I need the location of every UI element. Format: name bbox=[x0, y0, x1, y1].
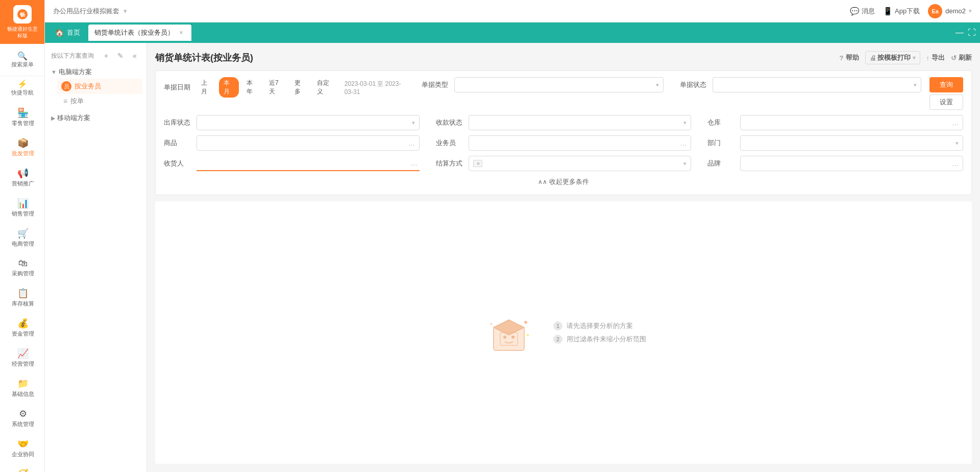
guide-icon: 🧭 bbox=[17, 468, 29, 472]
sidebar-item-sales[interactable]: 📊 销售管理 bbox=[0, 193, 44, 223]
inventory-icon: 📋 bbox=[17, 288, 29, 299]
finance-icon: 💰 bbox=[17, 318, 29, 329]
brand-select[interactable]: … bbox=[740, 156, 963, 171]
mobile-group-label[interactable]: ▶ 移动端方案 bbox=[49, 111, 142, 125]
collapse-conditions-btn[interactable]: ∧∧ 收起更多条件 bbox=[532, 175, 595, 188]
sales-icon: 📊 bbox=[17, 198, 29, 209]
collapse-up-icon: ∧∧ bbox=[538, 178, 547, 185]
payment-select[interactable]: × ▾ bbox=[469, 156, 692, 171]
empty-steps: 1 请先选择要分析的方案 2 用过滤条件来缩小分析范围 bbox=[553, 321, 646, 344]
app-download-btn[interactable]: 📱 App下载 bbox=[883, 7, 920, 16]
consignee-input[interactable] bbox=[199, 155, 411, 171]
svg-point-6 bbox=[511, 336, 514, 339]
consignee-label: 收货人 bbox=[164, 159, 192, 168]
help-icon: ? bbox=[840, 54, 844, 62]
sidebar-item-management[interactable]: 📈 经营管理 bbox=[0, 343, 44, 373]
empty-illustration bbox=[481, 304, 537, 361]
collect-status-label: 收款状态 bbox=[436, 118, 464, 127]
sidebar-item-finance[interactable]: 💰 资金管理 bbox=[0, 313, 44, 343]
type-select[interactable]: ▾ bbox=[454, 77, 663, 92]
payment-tag-close[interactable]: × bbox=[477, 160, 480, 167]
date-7days-btn[interactable]: 近7天 bbox=[264, 77, 287, 98]
print-dropdown[interactable]: 🖨 按模板打印 ▾ bbox=[865, 51, 920, 64]
tabs-right-controls: — ⛶ bbox=[955, 28, 976, 37]
user-menu[interactable]: Ea demo2 ▾ bbox=[928, 4, 972, 18]
date-this-month-btn[interactable]: 本月 bbox=[219, 77, 238, 98]
messages-btn[interactable]: 💬 消息 bbox=[850, 7, 875, 16]
salesman-select[interactable]: … bbox=[469, 135, 692, 151]
print-btn[interactable]: 🖨 按模板打印 ▾ bbox=[865, 51, 920, 64]
department-label: 部门 bbox=[707, 138, 736, 148]
left-panel: 按以下方案查询 + ✎ « ▼ 电脑端方案 bbox=[45, 43, 147, 472]
scheme-by-order[interactable]: ≡ 按单 bbox=[57, 94, 142, 108]
collapse-panel-btn[interactable]: « bbox=[129, 50, 140, 61]
tab-sales-report[interactable]: 销货单统计表（按业务员） × bbox=[88, 25, 191, 41]
salesman-label: 业务员 bbox=[436, 138, 464, 148]
collect-status-select[interactable]: ▾ bbox=[469, 115, 692, 130]
tab-bar: 🏠 首页 销货单统计表（按业务员） × — ⛶ bbox=[45, 22, 980, 43]
purchase-icon: 🛍 bbox=[18, 258, 28, 269]
settings-btn[interactable]: 设置 bbox=[929, 95, 963, 110]
step-1-num: 1 bbox=[553, 321, 562, 331]
enterprise-icon: 🤝 bbox=[17, 438, 29, 450]
home-icon: 🏠 bbox=[55, 29, 64, 37]
page-actions: ? 帮助 🖨 按模板打印 ▾ ↑ 导出 bbox=[840, 51, 972, 64]
page-title: 销货单统计表(按业务员) bbox=[155, 52, 253, 64]
tab-close-btn[interactable]: × bbox=[177, 29, 185, 37]
sidebar-logo[interactable]: 畅 畅捷通好生意标版 bbox=[0, 0, 44, 44]
export-btn[interactable]: ↑ 导出 bbox=[926, 53, 945, 62]
date-row: 上月 本月 本年 近7天 更多 自定义 2023-03-01 至 2023-03… bbox=[197, 77, 405, 98]
query-btn[interactable]: 查询 bbox=[929, 77, 963, 92]
empty-state: 1 请先选择要分析的方案 2 用过滤条件来缩小分析范围 bbox=[481, 304, 646, 361]
sidebar-item-basic-info[interactable]: 📁 基础信息 bbox=[0, 373, 44, 403]
out-status-select[interactable]: ▾ bbox=[197, 115, 420, 130]
export-icon: ↑ bbox=[926, 54, 930, 62]
warehouse-label: 仓库 bbox=[707, 118, 736, 127]
sidebar-item-purchase[interactable]: 🛍 采购管理 bbox=[0, 253, 44, 282]
status-select[interactable]: ▾ bbox=[713, 77, 921, 92]
type-arrow-icon: ▾ bbox=[656, 82, 659, 88]
sidebar-item-marketing[interactable]: 📢 营销推广 bbox=[0, 162, 44, 193]
search-menu-btn[interactable]: 🔍 搜索菜单 bbox=[0, 48, 44, 72]
sidebar-item-wholesale[interactable]: 📦 批发管理 bbox=[0, 132, 44, 162]
tree-expand-icon2: ▶ bbox=[51, 115, 55, 122]
scheme-by-salesman[interactable]: 员 按业务员 bbox=[57, 79, 142, 94]
topbar-left: 办公用品行业模拟账套 ▾ bbox=[53, 7, 127, 16]
print-arrow-icon: ▾ bbox=[913, 55, 916, 61]
add-scheme-btn[interactable]: + bbox=[101, 50, 112, 61]
tab-home[interactable]: 🏠 首页 bbox=[49, 25, 86, 41]
date-last-month-btn[interactable]: 上月 bbox=[197, 77, 216, 98]
tab-maximize-btn[interactable]: ⛶ bbox=[968, 28, 976, 37]
out-status-arrow-icon: ▾ bbox=[412, 120, 415, 126]
sidebar-item-inventory[interactable]: 📋 库存核算 bbox=[0, 282, 44, 313]
sidebar-item-system[interactable]: ⚙ 系统管理 bbox=[0, 403, 44, 433]
topbar-dropdown[interactable]: ▾ bbox=[124, 7, 127, 15]
sidebar-item-retail[interactable]: 🏪 零售管理 bbox=[0, 102, 44, 132]
ecommerce-icon: 🛒 bbox=[17, 228, 29, 239]
consignee-dots: … bbox=[411, 159, 418, 167]
sidebar-item-enterprise[interactable]: 🤝 企业协同 bbox=[0, 433, 44, 463]
sidebar-item-guide[interactable]: 🧭 新手引导 bbox=[0, 463, 44, 472]
department-select[interactable]: ▾ bbox=[740, 135, 963, 151]
out-status-label: 出库状态 bbox=[164, 118, 192, 127]
salesman-dots: … bbox=[680, 139, 687, 147]
right-panel: 销货单统计表(按业务员) ? 帮助 🖨 按模板打印 ▾ ↑ bbox=[147, 43, 980, 472]
date-more-btn[interactable]: 更多 bbox=[290, 77, 309, 98]
edit-scheme-btn[interactable]: ✎ bbox=[115, 50, 126, 61]
sidebar-item-ecommerce[interactable]: 🛒 电商管理 bbox=[0, 223, 44, 253]
desktop-group-label[interactable]: ▼ 电脑端方案 bbox=[49, 65, 142, 79]
marketing-icon: 📢 bbox=[17, 168, 29, 179]
refresh-btn[interactable]: ↺ 刷新 bbox=[951, 53, 972, 62]
goods-select[interactable]: … bbox=[197, 135, 420, 151]
date-custom-btn[interactable]: 自定义 bbox=[312, 77, 337, 98]
chevron-down-icon: ▾ bbox=[124, 7, 127, 15]
tab-minimize-btn[interactable]: — bbox=[955, 28, 964, 37]
quick-nav-btn[interactable]: ⚡ 快捷导航 bbox=[0, 76, 44, 100]
help-btn[interactable]: ? 帮助 bbox=[840, 53, 859, 62]
logo-text: 畅捷通好生意标版 bbox=[7, 26, 38, 39]
date-this-year-btn[interactable]: 本年 bbox=[242, 77, 261, 98]
type-label: 单据类型 bbox=[422, 80, 450, 89]
warehouse-select[interactable]: … bbox=[740, 115, 963, 130]
svg-text:畅: 畅 bbox=[20, 12, 25, 17]
mobile-icon: 📱 bbox=[883, 7, 893, 16]
